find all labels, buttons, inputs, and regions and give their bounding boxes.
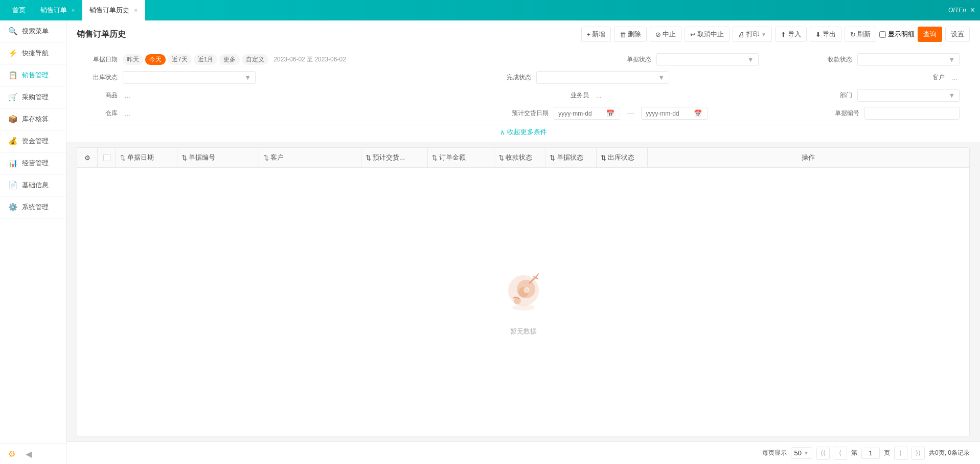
- date-badge-custom[interactable]: 自定义: [242, 54, 268, 65]
- export-button[interactable]: ⬇ 导出: [810, 27, 841, 42]
- add-button[interactable]: + 新增: [581, 27, 611, 42]
- per-page-select[interactable]: 50 ▼: [791, 447, 812, 459]
- sidebar-item-sales-mgmt[interactable]: 📋 销售管理: [0, 64, 66, 86]
- svg-point-1: [512, 304, 535, 311]
- display-cols-checkbox-row[interactable]: 显示明细: [879, 30, 915, 39]
- date-range-text: 2023-06-02 至 2023-06-02: [274, 55, 346, 64]
- first-page-button[interactable]: ⟨⟨: [816, 447, 830, 460]
- topbar-close-icon[interactable]: ×: [970, 6, 975, 15]
- delete-button[interactable]: 🗑 删除: [614, 27, 647, 42]
- cal-to-icon[interactable]: 📅: [694, 109, 702, 117]
- customer-dots[interactable]: ...: [950, 72, 960, 83]
- out-status-select[interactable]: ▼: [123, 71, 256, 84]
- date-badge-today[interactable]: 今天: [145, 54, 166, 65]
- delete-icon: 🗑: [620, 31, 626, 38]
- settings-button[interactable]: 设置: [945, 27, 970, 42]
- sidebar-item-quick-nav-label: 快捷导航: [22, 49, 49, 58]
- prev-page-button[interactable]: ⟨: [834, 447, 847, 460]
- expected-date-from-input[interactable]: [558, 110, 604, 117]
- th-operation: 操作: [648, 148, 969, 167]
- sidebar-item-search-menu[interactable]: 🔍 搜索菜单: [0, 20, 66, 42]
- th-delivery[interactable]: ⇅ 预计交货...: [361, 148, 428, 167]
- export-label: 导出: [823, 30, 836, 39]
- order-num-input[interactable]: [864, 107, 960, 120]
- date-badge-7days[interactable]: 近7天: [168, 54, 192, 65]
- tab-home[interactable]: 首页: [5, 0, 33, 20]
- header-checkbox[interactable]: [103, 154, 110, 161]
- date-badge-1month[interactable]: 近1月: [194, 54, 218, 65]
- complete-status-select[interactable]: ▼: [536, 71, 669, 84]
- collapse-bar[interactable]: ∧ 收起更多条件: [87, 125, 960, 139]
- query-button[interactable]: 查询: [918, 27, 942, 42]
- print-icon: 🖨: [738, 31, 745, 38]
- per-page-value: 50: [794, 449, 802, 457]
- th-amount-text: 订单金额: [439, 153, 466, 162]
- payment-status-select[interactable]: ▼: [857, 53, 960, 66]
- next-page-icon: ⟩: [899, 449, 902, 457]
- next-page-button[interactable]: ⟩: [894, 447, 907, 460]
- sidebar-item-sys-mgmt[interactable]: ⚙️ 系统管理: [0, 196, 66, 218]
- sidebar-item-basic-info-label: 基础信息: [22, 181, 49, 190]
- warehouse-dots[interactable]: ...: [123, 107, 132, 119]
- sidebar-item-operations[interactable]: 📊 经营管理: [0, 152, 66, 174]
- tab-sales-order[interactable]: 销售订单 ×: [33, 0, 82, 20]
- goods-dots[interactable]: ...: [123, 90, 132, 101]
- tab-sales-order-history[interactable]: 销售订单历史 ×: [82, 0, 145, 20]
- sidebar-item-purchase-mgmt[interactable]: 🛒 采购管理: [0, 86, 66, 108]
- sidebar-item-sys-mgmt-label: 系统管理: [22, 203, 49, 212]
- salesperson-label: 业务员: [558, 91, 589, 100]
- operations-icon: 📊: [8, 159, 18, 168]
- collapse-sidebar-icon[interactable]: ◀: [26, 449, 32, 459]
- th-amount-sort-icon: ⇅: [432, 154, 438, 162]
- th-pay-status[interactable]: ⇅ 收款状态: [494, 148, 545, 167]
- page-number-input[interactable]: [861, 448, 880, 459]
- th-amount[interactable]: ⇅ 订单金额: [428, 148, 494, 167]
- th-num-text: 单据编号: [189, 153, 215, 162]
- svg-line-7: [536, 274, 538, 277]
- salesperson-dots[interactable]: ...: [594, 90, 604, 101]
- stop-button[interactable]: ⊘ 中止: [650, 27, 681, 42]
- display-cols-checkbox[interactable]: [879, 31, 886, 38]
- import-icon: ⬆: [781, 31, 786, 38]
- last-page-button[interactable]: ⟩⟩: [911, 447, 925, 460]
- th-out-status[interactable]: ⇅ 出库状态: [597, 148, 648, 167]
- sidebar-item-quick-nav[interactable]: ⚡ 快捷导航: [0, 42, 66, 64]
- department-label: 部门: [822, 91, 852, 100]
- th-check[interactable]: [98, 148, 116, 167]
- th-customer[interactable]: ⇅ 客户: [259, 148, 361, 167]
- th-num[interactable]: ⇅ 单据编号: [177, 148, 259, 167]
- sidebar-item-basic-info[interactable]: 📄 基础信息: [0, 174, 66, 196]
- date-badge-yesterday[interactable]: 昨天: [123, 54, 143, 65]
- cal-from-icon[interactable]: 📅: [606, 109, 614, 117]
- th-doc-status[interactable]: ⇅ 单据状态: [545, 148, 597, 167]
- print-button[interactable]: 🖨 打印 ▼: [733, 27, 772, 42]
- date-badge-more[interactable]: 更多: [219, 54, 240, 65]
- th-date-label: ⇅: [120, 154, 126, 162]
- th-settings[interactable]: ⚙: [77, 148, 98, 167]
- tab-sales-order-history-close[interactable]: ×: [134, 7, 137, 13]
- import-button[interactable]: ⬆ 导入: [775, 27, 807, 42]
- settings-bottom-icon[interactable]: ⚙: [8, 449, 15, 459]
- add-label: 新增: [592, 30, 605, 39]
- refresh-button[interactable]: ↻ 刷新: [845, 27, 876, 42]
- filter-area: 单据日期 昨天 今天 近7天 近1月 更多 自定义 2023-06-02 至 2…: [77, 48, 970, 142]
- sidebar-item-finance[interactable]: 💰 资金管理: [0, 130, 66, 152]
- expected-date-to-input[interactable]: [646, 110, 692, 117]
- sidebar-item-inventory-label: 库存核算: [22, 115, 49, 124]
- print-label: 打印: [746, 30, 760, 39]
- settings-label: 设置: [951, 30, 964, 39]
- th-date[interactable]: ⇅ 单据日期: [116, 148, 177, 167]
- stop-label: 中止: [663, 30, 676, 39]
- sidebar-item-inventory[interactable]: 📦 库存核算: [0, 108, 66, 130]
- complete-status-label: 完成状态: [500, 73, 531, 82]
- top-bar-right: OfTEn ×: [948, 6, 975, 15]
- tab-sales-order-close[interactable]: ×: [72, 7, 75, 13]
- expected-date-to[interactable]: 📅: [641, 107, 708, 120]
- goods-label: 商品: [87, 91, 118, 100]
- department-select[interactable]: ▼: [857, 89, 960, 102]
- order-status-select[interactable]: ▼: [656, 53, 759, 66]
- th-num-sort-icon: ⇅: [181, 154, 187, 162]
- warehouse-label: 仓库: [87, 109, 118, 118]
- cancel-stop-button[interactable]: ↩ 取消中止: [685, 27, 730, 42]
- expected-date-from[interactable]: 📅: [554, 107, 620, 120]
